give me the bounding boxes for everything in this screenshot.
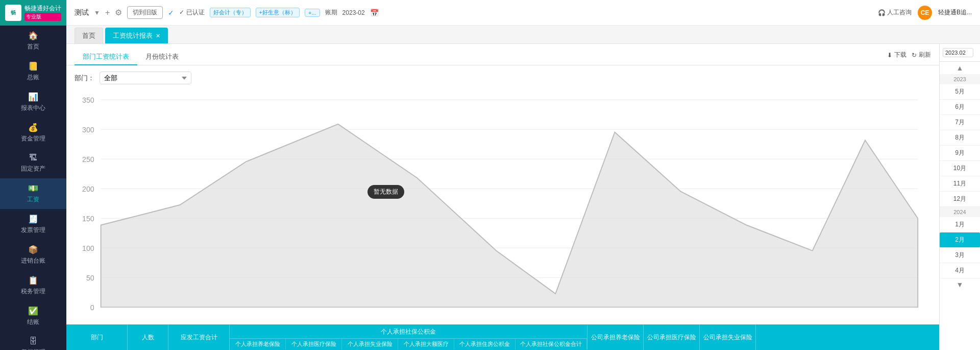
month-item-2024-4月[interactable]: 4月 — [940, 263, 980, 278]
ledger-icon: 📒 — [28, 61, 38, 71]
table-header-公司承担养老保险: 公司承担养老保险 — [587, 324, 644, 350]
sidebar-item-reports[interactable]: 📊报表中心 — [0, 87, 66, 118]
month-item-2023-7月[interactable]: 7月 — [940, 115, 980, 130]
tab-salary-report[interactable]: 工资统计报表✕ — [105, 28, 168, 43]
tag-haoshengyi: +好生意（标） — [256, 8, 300, 17]
month-item-2024-1月[interactable]: 1月 — [940, 217, 980, 232]
sidebar: 畅 畅捷通好会计 专业版 🏠首页📒总账📊报表中心💰资金管理🏗固定资产💵工资🧾发票… — [0, 0, 66, 350]
sidebar-label-funds: 资金管理 — [21, 134, 45, 143]
svg-text:350: 350 — [82, 96, 94, 104]
calendar-icon[interactable]: 📅 — [370, 9, 379, 17]
svg-text:0: 0 — [90, 303, 94, 311]
table-sub-个人承担大额医疗: 个人承担大额医疗 — [398, 339, 454, 349]
month-item-2023-6月[interactable]: 6月 — [940, 100, 980, 115]
date-up-btn[interactable]: ▲ — [940, 62, 980, 74]
svg-text:200: 200 — [82, 185, 94, 193]
topbar: 测试 ▼ + ⚙ 切到旧版 ✓ ✓ 已认证 好会计（专） +好生意（标） +..… — [66, 0, 980, 26]
headset-icon: 🎧 — [878, 9, 886, 16]
table-sub-个人承担住房公积金: 个人承担住房公积金 — [454, 339, 516, 349]
salary-chart: 350 300 250 200 150 100 50 0 — [75, 90, 931, 319]
sidebar-item-purchase[interactable]: 📦进销台账 — [0, 240, 66, 270]
date-input-row — [940, 44, 980, 62]
month-item-2023-8月[interactable]: 8月 — [940, 130, 980, 146]
svg-text:100: 100 — [82, 244, 94, 252]
sidebar-label-purchase: 进销台账 — [21, 256, 45, 265]
home-icon: 🏠 — [28, 31, 38, 40]
sidebar-item-invoice[interactable]: 🧾发票管理 — [0, 209, 66, 240]
sidebar-item-archive[interactable]: 🗄归档管理 — [0, 332, 66, 350]
table-sub-个人承担医疗保险: 个人承担医疗保险 — [286, 339, 342, 349]
dept-filter-label: 部门： — [75, 74, 94, 83]
month-item-2023-9月[interactable]: 9月 — [940, 146, 980, 161]
sidebar-label-reports: 报表中心 — [21, 104, 45, 112]
refresh-icon: ↻ — [912, 52, 917, 59]
tag-more: +... — [305, 9, 320, 17]
topbar-right: 🎧 人工咨询 CE 轻捷通B追... — [878, 6, 972, 20]
month-item-2024-2月[interactable]: 2月 — [940, 232, 980, 248]
month-item-2023-11月[interactable]: 11月 — [940, 176, 980, 192]
month-item-2024-3月[interactable]: 3月 — [940, 248, 980, 263]
month-item-2023-12月[interactable]: 12月 — [940, 192, 980, 207]
svg-text:250: 250 — [82, 155, 94, 164]
subtab-actions: ⬇ 下载 ↻ 刷新 — [887, 51, 931, 63]
subtab-dept[interactable]: 部门工资统计表 — [75, 49, 137, 65]
left-panel: 部门工资统计表 月份统计表 ⬇ 下载 ↻ 刷新 — [66, 44, 939, 350]
table-sub-个人承担养老保险: 个人承担养老保险 — [230, 339, 286, 349]
sidebar-item-salary[interactable]: 💵工资 — [0, 178, 66, 209]
topbar-dropdown[interactable]: ▼ — [94, 9, 100, 16]
sidebar-item-home[interactable]: 🏠首页 — [0, 26, 66, 56]
sidebar-item-assets[interactable]: 🏗固定资产 — [0, 148, 66, 178]
sidebar-item-ledger[interactable]: 📒总账 — [0, 56, 66, 87]
sidebar-nav: 🏠首页📒总账📊报表中心💰资金管理🏗固定资产💵工资🧾发票管理📦进销台账📋税务管理✅… — [0, 26, 66, 350]
sidebar-item-funds[interactable]: 💰资金管理 — [0, 118, 66, 148]
month-item-2023-10月[interactable]: 10月 — [940, 161, 980, 176]
logo-text-area: 畅捷通好会计 专业版 — [24, 5, 61, 21]
date-panel: ▲ 20235月6月7月8月9月10月11月12月20241月2月3月4月 ▼ — [939, 44, 980, 350]
date-list: 20235月6月7月8月9月10月11月12月20241月2月3月4月 — [940, 74, 980, 278]
tax-icon: 📋 — [28, 275, 38, 285]
help-label: 人工咨询 — [887, 8, 912, 17]
sidebar-label-assets: 固定资产 — [21, 165, 45, 173]
tag-haokuai: 好会计（专） — [210, 8, 251, 17]
help-btn[interactable]: 🎧 人工咨询 — [878, 8, 912, 17]
date-input[interactable] — [943, 48, 973, 57]
tabbar: 首页工资统计报表✕ — [66, 26, 980, 44]
topbar-gear[interactable]: ⚙ — [115, 8, 122, 17]
tab-close-salary-report[interactable]: ✕ — [156, 33, 160, 39]
table-header-部门: 部门 — [66, 324, 128, 350]
year-label-2023: 2023 — [940, 74, 980, 84]
sidebar-item-settle[interactable]: ✅结账 — [0, 301, 66, 332]
filter-row: 部门： 全部财务部人事部技术部销售部 — [66, 65, 939, 90]
logo-title: 畅捷通好会计 — [24, 5, 61, 13]
table-header-公司承担医疗保险: 公司承担医疗保险 — [644, 324, 700, 350]
funds-icon: 💰 — [28, 123, 38, 132]
svg-text:50: 50 — [86, 273, 94, 282]
switch-old-btn[interactable]: 切到旧版 — [127, 6, 163, 19]
table-header-人数: 人数 — [128, 324, 168, 350]
user-name[interactable]: 轻捷通B追... — [938, 8, 972, 17]
subtab-bar: 部门工资统计表 月份统计表 ⬇ 下载 ↻ 刷新 — [66, 44, 939, 65]
logo: 畅 畅捷通好会计 专业版 — [0, 0, 66, 26]
svg-text:300: 300 — [82, 126, 94, 134]
salary-icon: 💵 — [28, 183, 38, 193]
sidebar-item-tax[interactable]: 📋税务管理 — [0, 270, 66, 301]
sidebar-label-archive: 归档管理 — [21, 348, 45, 350]
month-item-2023-5月[interactable]: 5月 — [940, 84, 980, 100]
dept-filter-select[interactable]: 全部财务部人事部技术部销售部 — [100, 72, 191, 84]
tab-home[interactable]: 首页 — [75, 28, 103, 43]
avatar: CE — [918, 6, 932, 20]
period-label: 账期 — [325, 8, 337, 17]
sidebar-label-ledger: 总账 — [27, 73, 39, 82]
date-down-btn[interactable]: ▼ — [940, 278, 980, 291]
settle-icon: ✅ — [28, 306, 38, 316]
refresh-btn[interactable]: ↻ 刷新 — [912, 51, 931, 59]
tab-label-salary-report: 工资统计报表 — [113, 32, 153, 39]
download-btn[interactable]: ⬇ 下载 — [887, 51, 906, 59]
topbar-add[interactable]: + — [105, 8, 110, 17]
sidebar-label-invoice: 发票管理 — [21, 226, 45, 235]
topbar-title: 测试 — [75, 8, 89, 17]
reports-icon: 📊 — [28, 92, 38, 102]
sidebar-label-tax: 税务管理 — [21, 287, 45, 296]
subtab-monthly[interactable]: 月份统计表 — [137, 49, 187, 65]
year-label-2024: 2024 — [940, 207, 980, 217]
